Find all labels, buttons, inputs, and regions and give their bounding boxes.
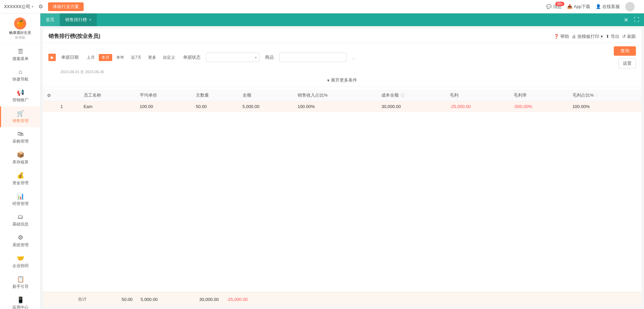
notification-button[interactable]: 💬 消息 99+ [546, 4, 562, 10]
status-chevron-icon: ▾ [255, 56, 257, 59]
date-option-7days[interactable]: 近7天 [128, 54, 144, 61]
sidebar-item-quick-nav[interactable]: ⌂ 快捷导航 [0, 65, 40, 86]
footer-gross: -25,000.00 [223, 296, 252, 303]
status-select[interactable]: ▾ [206, 53, 260, 62]
th-amount: 全额 [239, 90, 294, 101]
sidebar-logo: 🍊 畅康通好生意 标准版 [0, 13, 40, 44]
sidebar-item-app-center[interactable]: 📱 应用中心 [0, 293, 40, 309]
help-button[interactable]: ❓ 帮助 [554, 34, 569, 40]
trial-button[interactable]: 体验行业方案 [48, 2, 84, 11]
collab-icon: 🤝 [17, 255, 24, 262]
table-row: 1 Eam 100.00 50.00 5,000.00 100.00% 30,0… [43, 101, 641, 112]
td-avg-price: 100.00 [136, 101, 192, 112]
th-gross-rate: 毛利率 [510, 90, 568, 101]
top-bar: XXXXXX公司 ▾ ⚙ 体验行业方案 💬 消息 99+ 📥 App下载 👤 在… [0, 0, 644, 13]
refresh-button[interactable]: ↺ 刷新 [622, 34, 636, 40]
date-option-this-month[interactable]: 本月 [99, 54, 112, 61]
message-icon: 💬 [546, 4, 552, 9]
goods-input[interactable] [279, 53, 346, 62]
service-icon: 👤 [596, 4, 601, 9]
th-gross-pct: 毛利占比% ↑ [568, 90, 641, 101]
th-name: 员工名称 [80, 90, 136, 101]
sidebar-item-search-order[interactable]: ☰ 搜索菜单 [0, 44, 40, 65]
sidebar-item-sys-mgmt[interactable]: ⚙ 系统管理 [0, 230, 40, 251]
tab-maximize-button[interactable]: ⛶ [632, 15, 641, 24]
logo-icon: 🍊 [14, 17, 26, 30]
sidebar-item-finance[interactable]: 💰 资金管理 [0, 168, 40, 189]
page-title: 销售排行榜(按业务员) [48, 33, 100, 40]
sys-icon: ⚙ [18, 234, 23, 241]
guide-icon: 📋 [17, 275, 24, 283]
tab-close-window-button[interactable]: ✕ [621, 15, 631, 24]
footer-main-qty: 50.00 [118, 296, 137, 303]
company-selector[interactable]: XXXXXX公司 ▾ [4, 4, 33, 10]
footer-amount: 5,000.00 [137, 296, 162, 303]
date-option-more[interactable]: 更多 [145, 54, 159, 61]
td-amount: 5,000.00 [239, 101, 294, 112]
date-option-last-month[interactable]: 上月 [84, 54, 97, 61]
base-info-icon: 🗂 [17, 213, 24, 220]
tab-sales-ranking[interactable]: 销售排行榜 × [60, 13, 97, 26]
sidebar-item-sales-mgmt[interactable]: 🛒 销售管理 [0, 106, 40, 127]
page-header: 销售排行榜(按业务员) ❓ 帮助 🖨 按模板打印 ▾ ⬆ 导出 [43, 29, 641, 43]
filter-right-actions: 查询 设置 [614, 46, 636, 68]
footer-cost: 30,000.00 [195, 296, 223, 303]
th-avg-price: 平均单价 [136, 90, 192, 101]
tab-bar-actions: ✕ ⛶ [621, 15, 644, 24]
page-content: 销售排行榜(按业务员) ❓ 帮助 🖨 按模板打印 ▾ ⬆ 导出 [43, 29, 641, 306]
sidebar-label: 经营管理 [12, 201, 29, 207]
sidebar-item-inventory[interactable]: 📦 库存核算 [0, 148, 40, 168]
table-header-row: ⚙ 员工名称 平均单价 主数量 全额 销售收入占比% 成本全额 ⓘ 毛利 毛利率… [43, 90, 641, 101]
date-option-custom[interactable]: 自定义 [160, 54, 178, 61]
td-gross: -25,000.00 [446, 101, 510, 112]
date-filter: 上月 本月 本年 近7天 更多 自定义 [84, 54, 178, 61]
sidebar-item-purchase-mgmt[interactable]: 🛍 采购管理 [0, 127, 40, 148]
th-settings[interactable]: ⚙ [43, 90, 56, 101]
sidebar-item-beginner-guide[interactable]: 📋 新手引导 [0, 272, 40, 293]
app-download-button[interactable]: 📥 App下载 [567, 4, 590, 10]
table-wrapper: ⚙ 员工名称 平均单价 主数量 全额 销售收入占比% 成本全额 ⓘ 毛利 毛利率… [43, 87, 641, 292]
sidebar-item-enterprise-collab[interactable]: 🤝 企业协同 [0, 251, 40, 272]
sidebar-label: 企业协同 [12, 263, 29, 269]
sidebar-item-ops-mgmt[interactable]: 📊 经营管理 [0, 189, 40, 210]
th-main-qty: 主数量 [192, 90, 239, 101]
sidebar-item-marketing[interactable]: 📢 营销推广 [0, 86, 40, 106]
status-label: 单据状态 [183, 54, 201, 60]
tab-home[interactable]: 首页 [40, 13, 60, 26]
footer-rank-spacer [60, 298, 74, 301]
date-option-this-year[interactable]: 本年 [114, 54, 127, 61]
export-button[interactable]: ⬆ 导出 [606, 34, 619, 40]
logo-sub: 标准版 [15, 35, 25, 40]
table-settings-button[interactable]: 设置 [618, 58, 636, 68]
purchase-icon: 🛍 [17, 131, 24, 138]
filter-collapse-button[interactable]: ▶ [48, 54, 56, 61]
notif-badge: 99+ [555, 2, 564, 6]
expand-filter-button[interactable]: ▾ 展开更多条件 [48, 77, 636, 83]
online-service-button[interactable]: 👤 在线客服 [596, 4, 620, 10]
search-order-icon: ☰ [18, 48, 23, 55]
print-template-button[interactable]: 🖨 按模板打印 ▾ [572, 34, 603, 40]
sidebar-item-base-info[interactable]: 🗂 基础信息 [0, 210, 40, 230]
avatar[interactable] [625, 2, 635, 11]
more-filter-button[interactable]: ... [352, 55, 355, 60]
sales-icon: 🛒 [17, 110, 24, 117]
query-button[interactable]: 查询 [614, 46, 636, 56]
table-footer: 合计 50.00 5,000.00 30,000.00 -25,000.00 [43, 292, 641, 306]
td-main-qty: 50.00 [192, 101, 239, 112]
footer-spacer [47, 298, 60, 301]
sidebar-label: 销售管理 [12, 118, 29, 124]
tab-close-icon[interactable]: × [89, 17, 91, 22]
sidebar-label: 搜索菜单 [12, 56, 29, 62]
goods-label: 商品 [265, 54, 274, 60]
td-name: Eam [80, 101, 136, 112]
marketing-icon: 📢 [17, 89, 24, 96]
td-sales-pct: 100.00% [294, 101, 378, 112]
sidebar-label: 应用中心 [12, 305, 29, 309]
footer-label: 合计 [74, 295, 91, 304]
settings-icon[interactable]: ⚙ [36, 2, 45, 11]
content-area: 首页 销售排行榜 × ✕ ⛶ 销售排行榜(按业务员) ❓ 帮助 [40, 13, 644, 309]
top-bar-right: 💬 消息 99+ 📥 App下载 👤 在线客服 [546, 2, 640, 11]
footer-avg-spacer [91, 298, 118, 301]
th-gross: 毛利 [446, 90, 510, 101]
company-name: XXXXXX公司 [4, 4, 30, 10]
